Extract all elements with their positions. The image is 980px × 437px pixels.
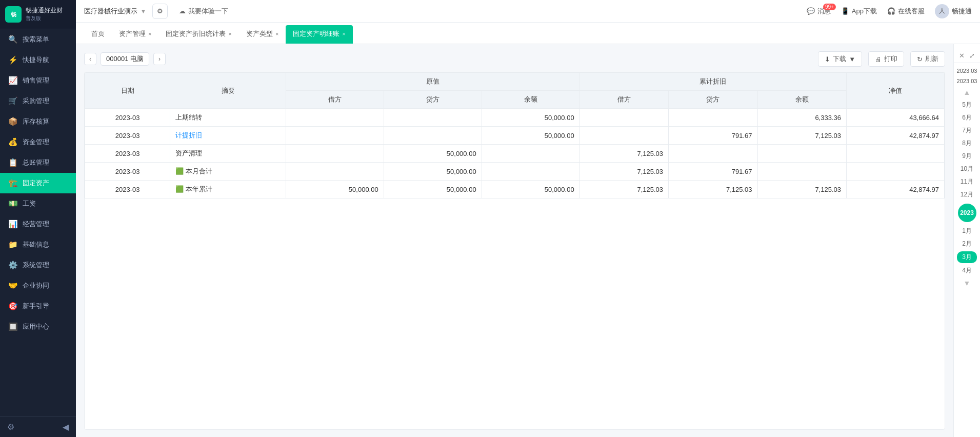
experience-button[interactable]: ☁ 我要体验一下	[174, 5, 233, 18]
month-5[interactable]: 5月	[954, 99, 980, 111]
download-arrow: ▼	[849, 55, 855, 63]
monthly-icon: 🟩	[175, 167, 184, 175]
logo-edition: 普及版	[26, 15, 63, 22]
company-selector[interactable]: 医疗器械行业演示 ▼	[84, 7, 146, 16]
month-12[interactable]: 12月	[954, 189, 980, 201]
tab-asset-mgmt[interactable]: 资产管理 ×	[112, 25, 158, 44]
system-icon: ⚙️	[8, 261, 17, 270]
sidebar-item-purchase[interactable]: 🛒 采购管理	[0, 91, 76, 111]
app-center-icon: 🔲	[8, 322, 17, 331]
row-orig-credit	[384, 109, 482, 127]
sidebar-item-inventory[interactable]: 📦 库存核算	[0, 111, 76, 132]
sidebar-label-base-info: 基础信息	[23, 240, 49, 249]
tab-home[interactable]: 首页	[84, 25, 112, 44]
settings-footer-icon[interactable]: ⚙	[7, 422, 14, 432]
sidebar-item-base-info[interactable]: 📁 基础信息	[0, 234, 76, 255]
settings-button[interactable]: ⚙	[152, 4, 168, 19]
sidebar-label-payroll: 工资	[23, 199, 36, 208]
sidebar-label-operation: 经营管理	[23, 220, 49, 229]
month-10[interactable]: 10月	[954, 163, 980, 175]
sidebar-label-system: 系统管理	[23, 261, 49, 270]
collapse-icon[interactable]: ◀	[63, 422, 69, 432]
sidebar-item-operation[interactable]: 📊 经营管理	[0, 214, 76, 234]
tab-asset-mgmt-label: 资产管理	[119, 29, 146, 38]
sidebar-item-fixed-assets[interactable]: 🏗️ 固定资产	[0, 173, 76, 193]
sidebar-item-quick-nav[interactable]: ⚡ 快捷导航	[0, 50, 76, 70]
month-1[interactable]: 1月	[954, 225, 980, 237]
month-11[interactable]: 11月	[954, 176, 980, 188]
tab-asset-type[interactable]: 资产类型 ×	[239, 25, 286, 44]
tab-depreciation-stat-close[interactable]: ×	[228, 31, 231, 37]
enterprise-icon: 🤝	[8, 281, 17, 290]
row-accum-credit: 7,125.03	[669, 181, 757, 198]
col-accum-balance: 余额	[757, 91, 846, 109]
download-icon: ⬇	[825, 55, 830, 63]
row-net-value: 43,666.64	[846, 109, 944, 127]
tab-asset-mgmt-close[interactable]: ×	[148, 31, 151, 37]
row-net-value: 42,874.97	[846, 127, 944, 145]
asset-navigator: ‹ 000001 电脑 ›	[84, 52, 166, 66]
col-orig-balance: 余额	[482, 91, 579, 109]
month-6[interactable]: 6月	[954, 112, 980, 124]
user-name: 畅捷通	[952, 7, 972, 16]
panel-year-label-2[interactable]: 2023.03	[957, 76, 977, 86]
message-button[interactable]: 💬 消息 99+	[807, 7, 831, 16]
tab-depreciation-stat[interactable]: 固定资产折旧统计表 ×	[158, 25, 238, 44]
panel-down-arrow[interactable]: ▼	[954, 277, 980, 289]
sidebar-item-ledger[interactable]: 📋 总账管理	[0, 152, 76, 173]
sidebar-item-enterprise[interactable]: 🤝 企业协同	[0, 275, 76, 296]
sidebar-item-sales[interactable]: 📈 销售管理	[0, 70, 76, 91]
month-7[interactable]: 7月	[954, 125, 980, 136]
print-button[interactable]: 🖨 打印	[868, 51, 904, 67]
sidebar-item-payroll[interactable]: 💵 工资	[0, 193, 76, 214]
tab-asset-detail-close[interactable]: ×	[342, 31, 345, 37]
sidebar-footer: ⚙ ◀	[0, 416, 76, 437]
base-info-icon: 📁	[8, 240, 17, 249]
panel-close-icon[interactable]: ✕	[957, 50, 967, 61]
month-2[interactable]: 2月	[954, 238, 980, 250]
month-4[interactable]: 4月	[954, 265, 980, 276]
customer-service-button[interactable]: 🎧 在线客服	[887, 7, 925, 16]
sidebar-item-newbie[interactable]: 🎯 新手引导	[0, 296, 76, 316]
message-badge: 99+	[823, 4, 836, 10]
headset-icon: 🎧	[887, 7, 895, 15]
row-orig-credit: 50,000.00	[384, 163, 482, 181]
col-accum-credit: 贷方	[669, 91, 757, 109]
col-accum-debit: 借方	[579, 91, 668, 109]
sidebar-item-search[interactable]: 🔍 搜索菜单	[0, 29, 76, 50]
payroll-icon: 💵	[8, 199, 17, 208]
sidebar-label-enterprise: 企业协同	[23, 281, 49, 290]
asset-next-button[interactable]: ›	[153, 53, 166, 65]
row-orig-balance	[482, 163, 579, 181]
download-button[interactable]: ⬇ 下载 ▼	[818, 51, 862, 67]
message-icon: 💬	[807, 7, 815, 15]
panel-header: ✕ ⤢	[954, 48, 980, 63]
row-orig-credit: 50,000.00	[384, 181, 482, 198]
panel-up-arrow[interactable]: ▲	[954, 87, 980, 98]
download-label: 下载	[833, 54, 846, 64]
row-summary-link[interactable]: 计提折旧	[170, 127, 286, 145]
month-3-active[interactable]: 3月	[957, 251, 977, 263]
sidebar-item-system[interactable]: ⚙️ 系统管理	[0, 255, 76, 275]
newbie-icon: 🎯	[8, 302, 17, 311]
tab-asset-type-close[interactable]: ×	[275, 31, 278, 37]
app-download-button[interactable]: 📱 App下载	[841, 7, 877, 16]
year-badge-2023[interactable]: 2023	[958, 204, 976, 222]
row-orig-debit	[286, 145, 384, 163]
company-name: 医疗器械行业演示	[84, 7, 137, 16]
refresh-button[interactable]: ↻ 刷新	[910, 51, 945, 67]
month-8[interactable]: 8月	[954, 137, 980, 149]
refresh-icon: ↻	[917, 55, 923, 63]
sidebar-label-app-center: 应用中心	[23, 322, 49, 331]
month-9[interactable]: 9月	[954, 150, 980, 162]
panel-expand-icon[interactable]: ⤢	[967, 50, 977, 61]
asset-prev-button[interactable]: ‹	[84, 53, 96, 65]
fixed-assets-icon: 🏗️	[8, 178, 17, 188]
table-row: 2023-03 🟩本年累计 50,000.00 50,000.00 50,000…	[85, 181, 945, 198]
user-area[interactable]: 人 畅捷通	[935, 4, 972, 18]
sidebar-item-capital[interactable]: 💰 资金管理	[0, 132, 76, 152]
sidebar-item-app-center[interactable]: 🔲 应用中心	[0, 316, 76, 337]
panel-year-label-1[interactable]: 2023.03	[957, 66, 977, 75]
tab-asset-detail[interactable]: 固定资产明细账 ×	[286, 25, 352, 44]
yearly-icon: 🟩	[175, 185, 184, 193]
